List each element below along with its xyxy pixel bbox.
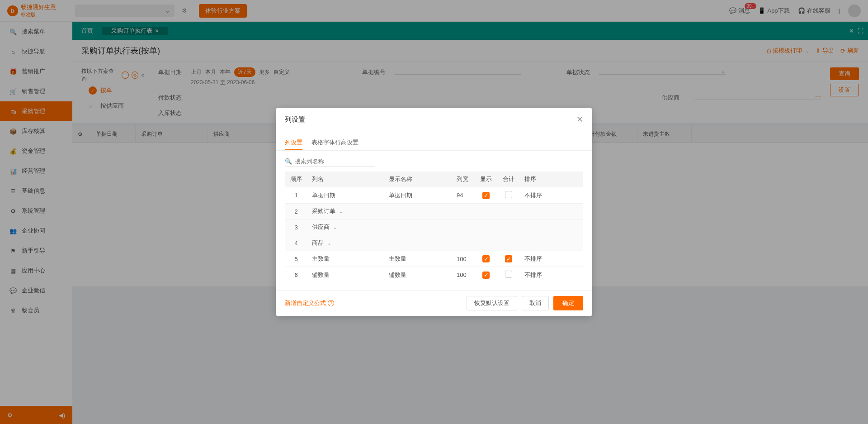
confirm-button[interactable]: 确定 xyxy=(553,296,583,310)
cell-order: 3 xyxy=(285,219,307,235)
chevron-down-icon: ⌄ xyxy=(333,225,337,230)
cell-name: 采购订单 ⌄ xyxy=(307,204,583,219)
cell-order: 7 xyxy=(285,283,307,285)
cell-display[interactable]: 单据日期 xyxy=(384,187,452,204)
add-formula-link[interactable]: 新增自定义公式 ? xyxy=(285,299,334,307)
cell-order: 4 xyxy=(285,235,307,251)
config-row: 6辅数量辅数量100✓不排序 xyxy=(285,267,583,283)
th-order: 顺序 xyxy=(285,172,307,187)
sum-checkbox[interactable]: ✓ xyxy=(505,255,512,262)
config-group-row[interactable]: 2采购订单 ⌄ xyxy=(285,204,583,219)
th-sort: 排序 xyxy=(520,172,583,187)
column-settings-modal: 列设置 ✕ 列设置表格字体行高设置 🔍 顺序 列名 显示名称 列宽 显示 xyxy=(276,108,592,316)
cell-name: 辅数量 xyxy=(307,267,384,283)
cell-name: 供应商 ⌄ xyxy=(307,219,583,235)
chevron-down-icon: ⌄ xyxy=(339,209,343,214)
cell-display[interactable]: 主数量 xyxy=(384,251,452,267)
show-checkbox[interactable]: ✓ xyxy=(482,272,490,279)
cancel-button[interactable]: 取消 xyxy=(522,296,549,310)
cell-order: 5 xyxy=(285,251,307,267)
cell-name: 主数量 xyxy=(307,251,384,267)
th-display: 显示名称 xyxy=(384,172,452,187)
cell-sort[interactable]: 不排序 xyxy=(520,283,583,285)
cell-display[interactable]: 辅数量 xyxy=(384,267,452,283)
cell-sort[interactable]: 不排序 xyxy=(520,267,583,283)
cell-order: 6 xyxy=(285,267,307,283)
cell-display[interactable]: 包装数量 xyxy=(384,283,452,285)
cell-order: 1 xyxy=(285,187,307,204)
search-input[interactable] xyxy=(295,158,375,165)
help-icon[interactable]: ? xyxy=(328,300,334,306)
modal-tab[interactable]: 列设置 xyxy=(285,136,302,150)
config-group-row[interactable]: 4商品 ⌄ xyxy=(285,235,583,251)
cell-width[interactable]: 100 xyxy=(452,267,475,283)
th-show: 显示 xyxy=(475,172,497,187)
modal-title: 列设置 xyxy=(285,115,305,124)
add-formula-label: 新增自定义公式 xyxy=(285,299,326,307)
config-table: 顺序 列名 显示名称 列宽 显示 合计 排序 1单据日期单据日期94✓不排序2采… xyxy=(285,172,583,285)
chevron-down-icon: ⌄ xyxy=(327,241,331,246)
config-row: 1单据日期单据日期94✓不排序 xyxy=(285,187,583,204)
cell-name: 单据日期 xyxy=(307,187,384,204)
cell-name: 包装数量 xyxy=(307,283,384,285)
search-box: 🔍 xyxy=(285,156,375,167)
cell-width[interactable]: 94 xyxy=(452,187,475,204)
restore-button[interactable]: 恢复默认设置 xyxy=(467,296,517,310)
cell-sort[interactable]: 不排序 xyxy=(520,251,583,267)
cell-sort[interactable]: 不排序 xyxy=(520,187,583,204)
th-sum: 合计 xyxy=(497,172,520,187)
sum-checkbox[interactable] xyxy=(505,271,512,278)
show-checkbox[interactable]: ✓ xyxy=(482,192,490,199)
config-row: 7包装数量包装数量100不排序 xyxy=(285,283,583,285)
search-icon: 🔍 xyxy=(285,158,292,165)
cell-width[interactable]: 100 xyxy=(452,283,475,285)
th-width: 列宽 xyxy=(452,172,475,187)
modal-tab[interactable]: 表格字体行高设置 xyxy=(311,136,359,150)
close-icon[interactable]: ✕ xyxy=(576,114,583,124)
cell-width[interactable]: 100 xyxy=(452,251,475,267)
sum-checkbox[interactable] xyxy=(505,191,512,198)
modal-overlay: 列设置 ✕ 列设置表格字体行高设置 🔍 顺序 列名 显示名称 列宽 显示 xyxy=(0,0,868,424)
config-group-row[interactable]: 3供应商 ⌄ xyxy=(285,219,583,235)
cell-order: 2 xyxy=(285,204,307,219)
config-row: 5主数量主数量100✓✓不排序 xyxy=(285,251,583,267)
cell-name: 商品 ⌄ xyxy=(307,235,583,251)
th-name: 列名 xyxy=(307,172,384,187)
show-checkbox[interactable]: ✓ xyxy=(482,255,490,262)
